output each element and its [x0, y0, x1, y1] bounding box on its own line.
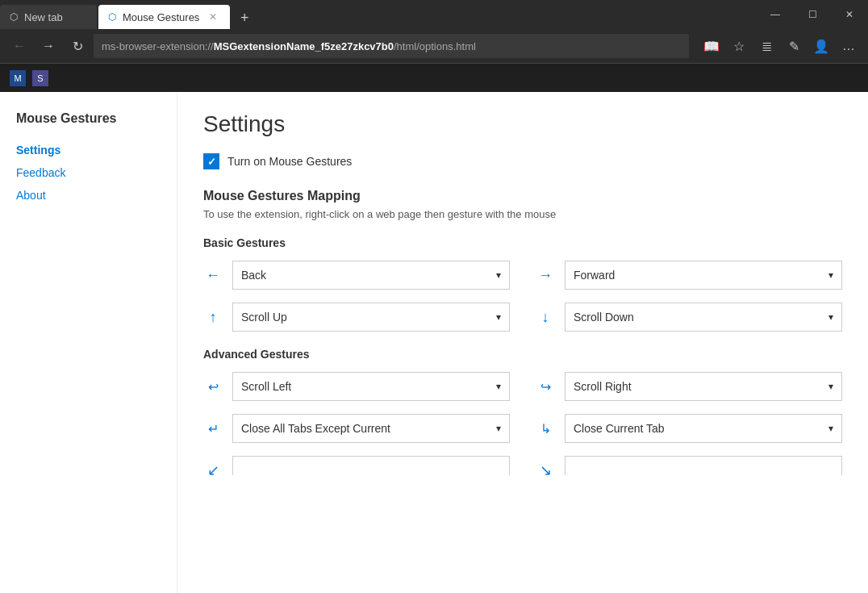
- gesture-select-close-current-arrow: ▾: [828, 423, 833, 434]
- gesture-arrow-scroll-right: ↪: [536, 379, 555, 395]
- gesture-row-partial-right: ↘: [536, 456, 842, 475]
- forward-button[interactable]: →: [35, 33, 61, 59]
- notes-button[interactable]: ✎: [781, 33, 807, 59]
- toggle-mouse-gestures-row: ✓ Turn on Mouse Gestures: [203, 153, 842, 169]
- gesture-row-scroll-up: ↑ Scroll Up ▾: [203, 303, 510, 332]
- gesture-select-scroll-left-arrow: ▾: [496, 381, 501, 392]
- sidebar-item-settings[interactable]: Settings: [16, 139, 161, 161]
- new-tab-button[interactable]: +: [233, 6, 256, 29]
- main-layout: Mouse Gestures Settings Feedback About S…: [0, 92, 868, 593]
- address-path: /html/options.html: [394, 40, 476, 52]
- gesture-select-back-value: Back: [241, 269, 496, 282]
- gesture-arrow-close-except: ↵: [203, 421, 223, 436]
- toggle-mouse-gestures-checkbox[interactable]: ✓: [203, 153, 219, 169]
- gesture-arrow-scroll-left: ↩: [203, 379, 223, 395]
- tab-new-tab[interactable]: ⬡ New tab: [0, 5, 97, 29]
- minimize-button[interactable]: —: [757, 0, 794, 29]
- browser-chrome: ⬡ New tab ⬡ Mouse Gestures ✕ + — ☐ ✕ ← →…: [0, 0, 868, 92]
- extension1-icon[interactable]: M: [10, 70, 26, 86]
- gesture-arrow-partial-left: ↙: [203, 461, 223, 475]
- profile-button[interactable]: 👤: [808, 33, 834, 59]
- gesture-select-close-except-value: Close All Tabs Except Current: [241, 422, 496, 435]
- sidebar-title: Mouse Gestures: [16, 111, 161, 126]
- gesture-select-close-except[interactable]: Close All Tabs Except Current ▾: [232, 414, 510, 443]
- gesture-select-forward[interactable]: Forward ▾: [565, 261, 842, 290]
- gesture-select-forward-value: Forward: [574, 269, 828, 282]
- gesture-row-scroll-right: ↪ Scroll Right ▾: [536, 372, 842, 401]
- new-tab-icon: ⬡: [10, 11, 18, 23]
- tab-mouse-gestures[interactable]: ⬡ Mouse Gestures ✕: [98, 5, 230, 29]
- new-tab-title: New tab: [24, 11, 87, 23]
- page-title: Settings: [203, 111, 842, 137]
- address-domain: MSGextensionName_f5ze27zkcv7b0: [214, 40, 394, 52]
- sidebar-item-feedback[interactable]: Feedback: [16, 161, 161, 184]
- toolbar-bar: M S: [0, 63, 868, 92]
- refresh-button[interactable]: ↻: [65, 33, 90, 59]
- address-prefix: ms-browser-extension://: [102, 40, 214, 52]
- more-gestures-partial: ↙ ↘: [203, 456, 842, 475]
- gesture-select-scroll-left[interactable]: Scroll Left ▾: [232, 372, 510, 401]
- gesture-row-close-current: ↳ Close Current Tab ▾: [536, 414, 842, 443]
- gesture-select-scroll-right[interactable]: Scroll Right ▾: [565, 372, 842, 401]
- nav-bar: ← → ↻ ms-browser-extension://MSGextensio…: [0, 29, 868, 63]
- sidebar-item-about[interactable]: About: [16, 184, 161, 207]
- gesture-arrow-right: →: [536, 267, 555, 284]
- gesture-arrow-up: ↑: [203, 309, 223, 326]
- gesture-row-partial-left: ↙: [203, 456, 510, 475]
- favorites-button[interactable]: ☆: [726, 33, 752, 59]
- basic-gestures-grid: ← Back ▾ → Forward ▾ ↑ Scroll Up ▾: [203, 261, 842, 332]
- gesture-select-scroll-left-value: Scroll Left: [241, 380, 496, 393]
- gesture-select-scroll-down[interactable]: Scroll Down ▾: [565, 303, 842, 332]
- gesture-select-close-except-arrow: ▾: [496, 423, 501, 434]
- advanced-gestures-title: Advanced Gestures: [203, 348, 842, 361]
- gesture-select-scroll-right-arrow: ▾: [828, 381, 833, 392]
- gesture-select-scroll-up-value: Scroll Up: [241, 311, 496, 324]
- gesture-select-scroll-down-value: Scroll Down: [574, 311, 828, 324]
- gesture-arrow-left: ←: [203, 267, 223, 284]
- gesture-row-scroll-left: ↩ Scroll Left ▾: [203, 372, 510, 401]
- advanced-gestures-section: Advanced Gestures ↩ Scroll Left ▾ ↪ Scro…: [203, 348, 842, 475]
- gesture-row-scroll-down: ↓ Scroll Down ▾: [536, 303, 842, 332]
- hub-button[interactable]: ≣: [753, 33, 779, 59]
- tab-close-button[interactable]: ✕: [206, 10, 220, 24]
- gesture-select-close-current[interactable]: Close Current Tab ▾: [565, 414, 842, 443]
- window-controls: — ☐ ✕: [757, 0, 868, 29]
- more-button[interactable]: …: [836, 33, 862, 59]
- advanced-gestures-grid: ↩ Scroll Left ▾ ↪ Scroll Right ▾ ↵: [203, 372, 842, 443]
- sidebar: Mouse Gestures Settings Feedback About: [0, 92, 177, 593]
- maximize-button[interactable]: ☐: [794, 0, 831, 29]
- checkmark-icon: ✓: [207, 156, 216, 168]
- address-bar[interactable]: ms-browser-extension://MSGextensionName_…: [94, 34, 689, 58]
- gesture-arrow-close-current: ↳: [536, 421, 555, 436]
- gesture-select-partial-left[interactable]: [232, 456, 510, 475]
- mapping-section-title: Mouse Gestures Mapping: [203, 189, 842, 203]
- gesture-row-forward: → Forward ▾: [536, 261, 842, 290]
- gesture-arrow-partial-right: ↘: [536, 461, 555, 475]
- toggle-mouse-gestures-label: Turn on Mouse Gestures: [227, 155, 352, 168]
- mg-tab-title: Mouse Gestures: [123, 11, 199, 23]
- extension2-icon[interactable]: S: [32, 70, 48, 86]
- reader-button[interactable]: 📖: [699, 33, 724, 59]
- gesture-select-scroll-down-arrow: ▾: [828, 311, 833, 323]
- mg-tab-icon: ⬡: [108, 11, 116, 23]
- content-area: Settings ✓ Turn on Mouse Gestures Mouse …: [177, 92, 868, 593]
- gesture-select-close-current-value: Close Current Tab: [574, 422, 828, 435]
- back-button[interactable]: ←: [6, 33, 32, 59]
- gesture-select-partial-right[interactable]: [565, 456, 842, 475]
- gesture-select-scroll-up-arrow: ▾: [496, 311, 501, 323]
- mapping-section-desc: To use the extension, right-click on a w…: [203, 208, 842, 220]
- gesture-select-scroll-up[interactable]: Scroll Up ▾: [232, 303, 510, 332]
- close-button[interactable]: ✕: [831, 0, 868, 29]
- gesture-select-forward-arrow: ▾: [828, 269, 833, 281]
- gesture-row-back: ← Back ▾: [203, 261, 510, 290]
- gesture-row-close-except: ↵ Close All Tabs Except Current ▾: [203, 414, 510, 443]
- gesture-select-back[interactable]: Back ▾: [232, 261, 510, 290]
- gesture-arrow-down: ↓: [536, 309, 555, 326]
- basic-gestures-title: Basic Gestures: [203, 236, 842, 249]
- gesture-select-back-arrow: ▾: [496, 269, 501, 281]
- gesture-select-scroll-right-value: Scroll Right: [574, 380, 828, 393]
- nav-tools: 📖 ☆ ≣ ✎ 👤 …: [699, 33, 862, 59]
